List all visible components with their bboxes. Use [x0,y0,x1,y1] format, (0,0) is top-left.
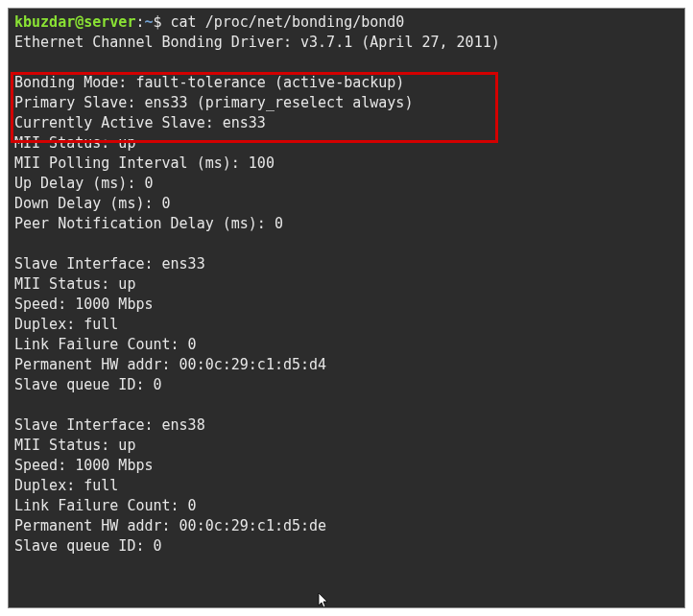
slave2-mii: MII Status: up [14,436,679,456]
prompt-symbol: $ [154,13,171,31]
slave2-lfc: Link Failure Count: 0 [14,496,679,516]
command-text: cat /proc/net/bonding/bond0 [171,13,405,31]
active-slave: Currently Active Slave: ens33 [14,113,679,133]
up-delay: Up Delay (ms): 0 [14,174,679,194]
primary-slave: Primary Slave: ens33 (primary_reselect a… [14,93,679,113]
slave2-iface: Slave Interface: ens38 [14,415,679,436]
slave1-speed: Speed: 1000 Mbps [14,295,679,315]
terminal-window[interactable]: kbuzdar@server:~$ cat /proc/net/bonding/… [8,8,685,608]
prompt-user: kbuzdar [14,13,75,31]
slave2-duplex: Duplex: full [14,476,679,496]
mouse-cursor-icon [318,592,329,608]
mii-polling: MII Polling Interval (ms): 100 [14,154,679,174]
prompt-line: kbuzdar@server:~$ cat /proc/net/bonding/… [14,12,679,33]
bonding-mode: Bonding Mode: fault-tolerance (active-ba… [14,73,679,93]
driver-header: Ethernet Channel Bonding Driver: v3.7.1 … [14,33,679,53]
prompt-at: @ [75,13,84,31]
blank-line [14,234,679,254]
peer-notif: Peer Notification Delay (ms): 0 [14,214,679,234]
slave2-speed: Speed: 1000 Mbps [14,456,679,476]
slave1-duplex: Duplex: full [14,315,679,335]
down-delay: Down Delay (ms): 0 [14,194,679,214]
slave2-hw: Permanent HW addr: 00:0c:29:c1:d5:de [14,516,679,536]
slave1-iface: Slave Interface: ens33 [14,254,679,274]
slave1-lfc: Link Failure Count: 0 [14,335,679,355]
blank-line [14,395,679,415]
slave1-qid: Slave queue ID: 0 [14,375,679,395]
blank-line [14,53,679,73]
slave2-qid: Slave queue ID: 0 [14,536,679,557]
prompt-path: ~ [144,13,153,31]
slave1-hw: Permanent HW addr: 00:0c:29:c1:d5:d4 [14,355,679,375]
mii-status: MII Status: up [14,133,679,154]
slave1-mii: MII Status: up [14,274,679,295]
prompt-host: server [84,13,135,31]
